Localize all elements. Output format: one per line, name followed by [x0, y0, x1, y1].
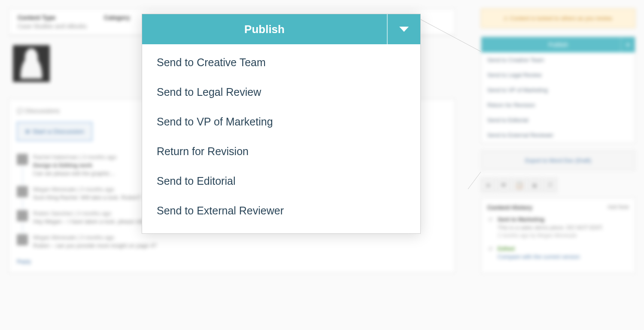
- add-note-link[interactable]: Add Note: [608, 204, 629, 211]
- content-history-panel: Content History Add Note Sent to Marketi…: [481, 198, 635, 273]
- discussion-thread[interactable]: Megan Menesale | 3 months ago Ruben – ca…: [17, 234, 447, 249]
- workflow-option-legal[interactable]: Send to Legal Review: [142, 77, 420, 107]
- clock-icon[interactable]: ⏱: [543, 178, 557, 192]
- publish-button[interactable]: Publish: [142, 14, 420, 44]
- workflow-option[interactable]: Send to VP of Marketing: [481, 82, 635, 98]
- workflow-option[interactable]: Return for Revision: [481, 98, 635, 113]
- history-entry: Sent to Marketing This is a sales demo p…: [487, 216, 629, 238]
- publish-widget-small: Publish ▾ Send to Creative Team Send to …: [481, 37, 635, 143]
- workflow-option[interactable]: Send to Legal Review: [481, 67, 635, 82]
- workflow-option-creative[interactable]: Send to Creative Team: [142, 48, 420, 77]
- avatar: [17, 210, 28, 221]
- history-time: 2 months ago by Megan Menesale: [498, 232, 629, 238]
- history-status: Sent to Marketing: [498, 216, 629, 223]
- filter-value: Case Studies and eBooks: [18, 23, 87, 30]
- workflow-option-editorial[interactable]: Send to Editorial: [142, 166, 420, 196]
- history-note: This is a sales demo piece. DO NOT EDIT.: [498, 224, 629, 231]
- history-title: Content History: [487, 204, 532, 211]
- avatar: [17, 186, 28, 197]
- export-word-link[interactable]: Export to Word Doc (Draft): [481, 151, 635, 170]
- right-sidebar: Content is locked to others as you revie…: [481, 9, 635, 273]
- history-tab-row: ★ ❤ 📋 ◉ ⏱: [481, 178, 635, 192]
- publish-label: Publish: [548, 41, 568, 48]
- thread-text: Ruben – can you provide more insight on …: [33, 242, 447, 249]
- avatar: [17, 154, 28, 165]
- svg-line-1: [416, 172, 481, 189]
- filter-label: Content Type: [18, 14, 87, 21]
- filter-content-type[interactable]: Content Type Case Studies and eBooks: [9, 9, 95, 35]
- history-entry: Edited Compare with the current version: [487, 245, 629, 260]
- svg-line-0: [416, 17, 481, 52]
- publish-caret-button[interactable]: [387, 14, 420, 44]
- publish-label: Publish: [142, 14, 387, 44]
- filter-category[interactable]: Category: [95, 9, 139, 35]
- locked-banner: Content is locked to others as you revie…: [481, 9, 635, 28]
- workflow-option-revision[interactable]: Return for Revision: [142, 137, 420, 166]
- avatar: [17, 234, 28, 245]
- thread-connector: [22, 166, 23, 186]
- publish-menu: Send to Creative Team Send to Legal Revi…: [142, 44, 420, 233]
- workflow-option-external[interactable]: Send to External Reviewer: [142, 196, 420, 226]
- publish-button-small[interactable]: Publish ▾: [481, 37, 635, 52]
- workflow-option[interactable]: Send to Editorial: [481, 113, 635, 128]
- reply-link[interactable]: Reply: [17, 258, 447, 265]
- workflow-option-vp-marketing[interactable]: Send to VP of Marketing: [142, 107, 420, 137]
- start-discussion-button[interactable]: Start a Discussion: [17, 122, 92, 141]
- author-avatar[interactable]: [13, 45, 50, 82]
- publish-dropdown-zoom: Publish Send to Creative Team Send to Le…: [142, 14, 421, 234]
- chevron-down-icon: [399, 27, 409, 32]
- list-icon[interactable]: 📋: [512, 178, 526, 192]
- thread-connector: [22, 222, 23, 234]
- heart-icon[interactable]: ❤: [496, 178, 511, 192]
- publish-caret-small[interactable]: ▾: [620, 37, 635, 52]
- thread-meta: Megan Menesale | 3 months ago: [33, 234, 447, 241]
- zoom-callout-lines: [416, 17, 489, 189]
- history-status: Edited: [498, 245, 629, 252]
- compare-version-link[interactable]: Compare with the current version: [498, 254, 629, 260]
- filter-label: Category: [104, 14, 130, 21]
- workflow-option[interactable]: Send to Creative Team: [481, 52, 635, 67]
- user-icon[interactable]: ◉: [527, 178, 542, 192]
- thread-connector: [22, 198, 23, 210]
- workflow-option[interactable]: Send to External Reviewer: [481, 128, 635, 143]
